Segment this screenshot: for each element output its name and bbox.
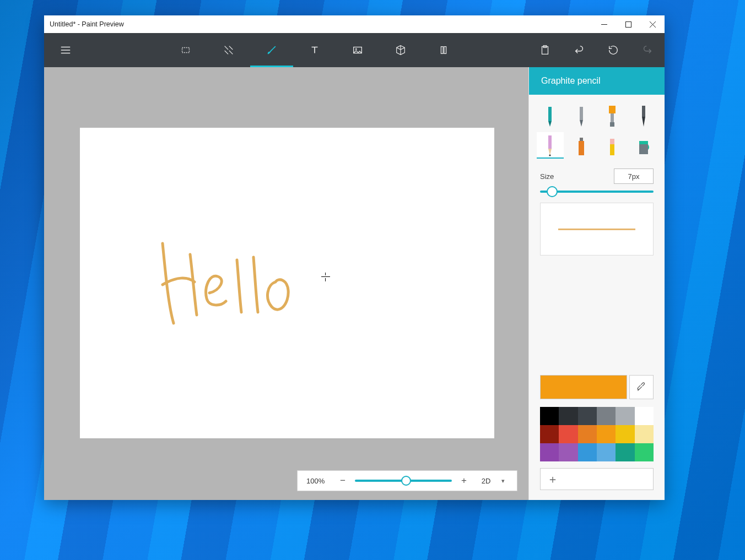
color-swatch-2[interactable] bbox=[578, 407, 597, 425]
brush-tool[interactable] bbox=[250, 33, 293, 67]
brush-flat[interactable] bbox=[599, 101, 626, 128]
svg-rect-18 bbox=[548, 135, 552, 149]
zoom-bar: 100% − + 2D ▾ bbox=[297, 470, 517, 491]
view-mode-label[interactable]: 2D bbox=[476, 477, 496, 485]
size-value: 7px bbox=[628, 172, 640, 181]
preview-line bbox=[558, 229, 635, 230]
brush-graphite-pencil[interactable] bbox=[537, 132, 564, 159]
color-swatch-17[interactable] bbox=[635, 443, 654, 461]
svg-rect-26 bbox=[639, 141, 648, 144]
size-label: Size bbox=[540, 172, 554, 181]
svg-rect-22 bbox=[580, 138, 583, 141]
current-color-row bbox=[540, 375, 654, 399]
color-swatch-7[interactable] bbox=[559, 425, 577, 443]
color-swatch-0[interactable] bbox=[540, 407, 559, 425]
app-window: Untitled* - Paint Preview bbox=[44, 15, 665, 500]
svg-rect-15 bbox=[610, 122, 614, 127]
drawing-canvas[interactable] bbox=[80, 128, 494, 438]
brush-calligraphy[interactable] bbox=[630, 101, 657, 128]
panel-title: Graphite pencil bbox=[541, 76, 601, 86]
redo-button[interactable] bbox=[630, 33, 665, 67]
crop-tool[interactable] bbox=[207, 33, 250, 67]
color-swatch-11[interactable] bbox=[635, 425, 654, 443]
svg-rect-13 bbox=[609, 106, 616, 113]
app-body: 100% − + 2D ▾ Graphite pencil bbox=[44, 67, 665, 500]
title-bar: Untitled* - Paint Preview bbox=[44, 15, 665, 33]
color-swatch-10[interactable] bbox=[616, 425, 634, 443]
svg-rect-4 bbox=[182, 47, 190, 52]
panel-header: Graphite pencil bbox=[529, 67, 665, 95]
zoom-percent: 100% bbox=[306, 477, 331, 485]
chevron-down-icon[interactable]: ▾ bbox=[501, 477, 512, 485]
color-swatch-5[interactable] bbox=[635, 407, 654, 425]
stroke-preview bbox=[540, 203, 654, 255]
color-swatch-3[interactable] bbox=[597, 407, 616, 425]
window-title: Untitled* - Paint Preview bbox=[50, 20, 124, 28]
brush-ballpoint[interactable] bbox=[537, 101, 564, 128]
maximize-button[interactable] bbox=[616, 15, 640, 33]
size-slider-thumb[interactable] bbox=[547, 186, 558, 197]
current-color-swatch[interactable] bbox=[540, 375, 627, 399]
brush-eraser[interactable] bbox=[599, 132, 626, 159]
zoom-slider-thumb[interactable] bbox=[401, 476, 411, 486]
side-panel: Graphite pencil bbox=[528, 67, 665, 500]
svg-marker-17 bbox=[642, 117, 645, 127]
zoom-slider[interactable] bbox=[355, 480, 452, 482]
main-toolbar bbox=[44, 33, 665, 67]
svg-rect-9 bbox=[548, 107, 552, 121]
brush-grid bbox=[529, 95, 665, 163]
svg-marker-19 bbox=[548, 149, 552, 155]
brush-pencil[interactable] bbox=[568, 101, 595, 128]
svg-rect-11 bbox=[580, 107, 583, 120]
size-slider[interactable] bbox=[540, 191, 654, 193]
svg-rect-25 bbox=[639, 143, 648, 154]
paste-button[interactable] bbox=[528, 33, 562, 67]
add-color-button[interactable]: ＋ bbox=[540, 468, 654, 490]
text-tool[interactable] bbox=[293, 33, 336, 67]
svg-marker-10 bbox=[548, 121, 552, 127]
svg-marker-12 bbox=[580, 120, 583, 127]
color-swatch-8[interactable] bbox=[578, 425, 597, 443]
eyedropper-button[interactable] bbox=[629, 375, 654, 399]
brush-spray-can[interactable] bbox=[568, 132, 595, 159]
color-swatch-12[interactable] bbox=[540, 443, 559, 461]
brush-fill-bucket[interactable] bbox=[630, 132, 657, 159]
svg-point-6 bbox=[355, 48, 357, 50]
size-row: Size 7px bbox=[529, 163, 665, 187]
layers-tool[interactable] bbox=[422, 33, 465, 67]
minimize-button[interactable] bbox=[592, 15, 616, 33]
zoom-in-button[interactable]: + bbox=[457, 475, 471, 486]
menu-button[interactable] bbox=[44, 33, 87, 67]
svg-rect-16 bbox=[642, 106, 645, 117]
svg-rect-24 bbox=[610, 144, 614, 155]
cursor-crosshair bbox=[321, 273, 330, 281]
history-button[interactable] bbox=[596, 33, 630, 67]
size-value-input[interactable]: 7px bbox=[614, 168, 654, 184]
undo-button[interactable] bbox=[562, 33, 596, 67]
color-swatch-15[interactable] bbox=[597, 443, 616, 461]
svg-rect-14 bbox=[611, 113, 614, 122]
canvas-drawing-hello bbox=[152, 238, 317, 337]
color-swatch-13[interactable] bbox=[559, 443, 577, 461]
close-button[interactable] bbox=[640, 15, 665, 33]
color-swatch-1[interactable] bbox=[559, 407, 577, 425]
color-palette bbox=[540, 407, 654, 461]
color-swatch-6[interactable] bbox=[540, 425, 559, 443]
svg-point-20 bbox=[549, 154, 551, 156]
svg-rect-1 bbox=[625, 21, 631, 27]
color-swatch-16[interactable] bbox=[616, 443, 634, 461]
select-tool[interactable] bbox=[164, 33, 207, 67]
image-tool[interactable] bbox=[336, 33, 379, 67]
color-swatch-9[interactable] bbox=[597, 425, 616, 443]
svg-rect-23 bbox=[610, 139, 614, 144]
svg-rect-21 bbox=[579, 141, 584, 155]
3d-tool[interactable] bbox=[379, 33, 422, 67]
color-swatch-4[interactable] bbox=[616, 407, 634, 425]
zoom-out-button[interactable]: − bbox=[336, 475, 349, 486]
canvas-area: 100% − + 2D ▾ bbox=[44, 67, 528, 500]
color-swatch-14[interactable] bbox=[578, 443, 597, 461]
